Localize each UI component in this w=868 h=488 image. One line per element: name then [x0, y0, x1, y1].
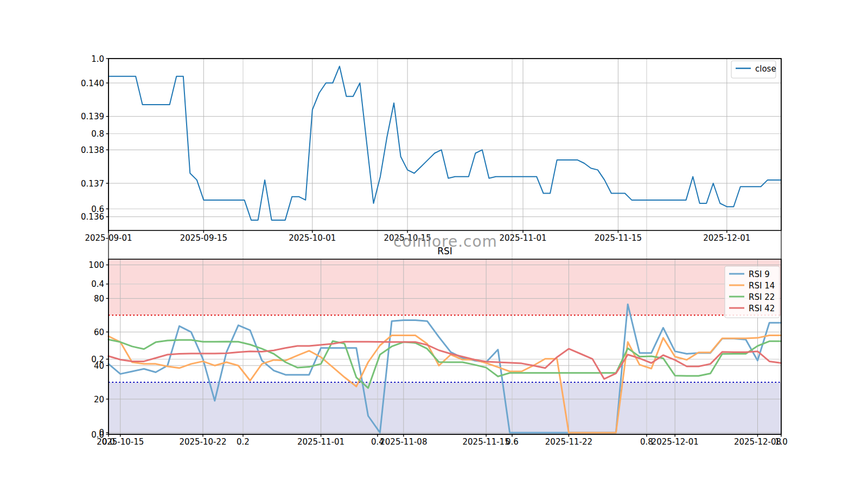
rsi-legend-label: RSI 42 — [749, 304, 775, 313]
rsi-chart-title: RSI — [437, 246, 452, 256]
price-y-label: 0.138 — [81, 145, 104, 155]
rsi-legend-label: RSI 22 — [749, 292, 775, 302]
overlay-y-label: 0.6 — [91, 204, 104, 214]
figure: 2025-09-012025-09-152025-10-012025-10-15… — [0, 0, 868, 488]
rsi-y-label: 100 — [88, 260, 104, 270]
rsi-y-label: 80 — [94, 294, 104, 304]
overlay-x-label: 0.6 — [506, 437, 519, 447]
rsi-legend-label: RSI 9 — [749, 269, 770, 279]
rsi-x-label: 2025-11-22 — [545, 437, 592, 447]
overlay-x-label: 0.0 — [102, 437, 115, 447]
rsi-y-label: 20 — [94, 395, 104, 404]
overlay-x-label: 0.2 — [237, 437, 250, 447]
rsi-x-label: 2025-12-01 — [652, 437, 699, 447]
price-x-label: 2025-09-01 — [85, 233, 132, 243]
overlay-x-label: 0.8 — [640, 437, 653, 447]
rsi-x-label: 2025-11-01 — [297, 437, 344, 447]
price-x-label: 2025-09-15 — [180, 233, 227, 243]
rsi-x-label: 2025-11-15 — [463, 437, 510, 447]
overbought-band — [108, 259, 781, 315]
rsi-x-label: 2025-11-08 — [380, 437, 427, 447]
overlay-y-label: 0.4 — [91, 279, 104, 289]
price-x-label: 2025-10-01 — [289, 233, 336, 243]
oversold-band — [108, 382, 781, 434]
overlay-x-label: 0.4 — [371, 437, 384, 447]
price-x-label: 2025-12-01 — [703, 233, 750, 243]
price-y-label: 0.139 — [81, 112, 104, 121]
overlay-y-label: 0.8 — [91, 129, 104, 139]
close-line — [108, 66, 781, 220]
overlay-x-label: 1.0 — [775, 437, 788, 447]
price-y-label: 0.140 — [81, 79, 104, 88]
price-legend-label: close — [755, 64, 776, 74]
price-spines — [108, 59, 781, 230]
price-x-label: 2025-11-01 — [499, 233, 546, 243]
rsi-x-label: 2025-12-08 — [734, 437, 781, 447]
overlay-y-label: 1.0 — [91, 54, 104, 64]
rsi-y-label: 60 — [94, 328, 104, 337]
price-y-label: 0.137 — [81, 179, 104, 189]
rsi-legend-label: RSI 14 — [749, 281, 775, 291]
overlay-y-label: 0.2 — [91, 355, 104, 364]
price-x-label: 2025-11-15 — [595, 233, 642, 243]
rsi-x-label: 2025-10-22 — [179, 437, 226, 447]
